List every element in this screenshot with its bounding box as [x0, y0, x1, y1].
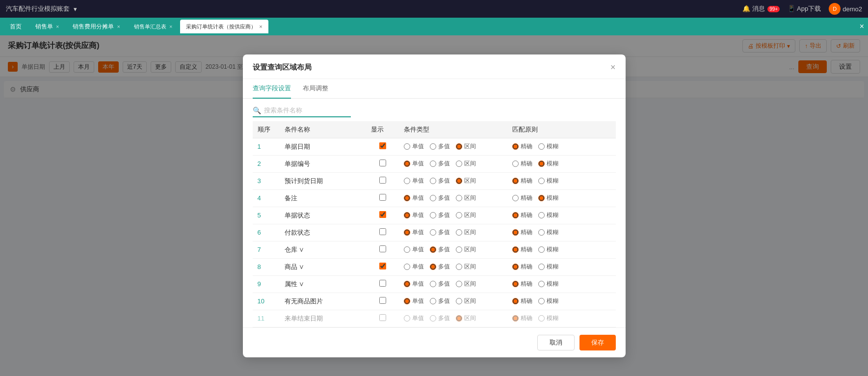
type-radio-label-区间[interactable]: 区间: [456, 142, 476, 151]
show-checkbox[interactable]: [379, 314, 386, 321]
show-checkbox[interactable]: [379, 245, 386, 252]
show-checkbox[interactable]: [379, 280, 386, 287]
type-radio-单值[interactable]: [404, 212, 410, 218]
tab-sales[interactable]: 销售单 ×: [29, 20, 65, 33]
type-radio-label-多值[interactable]: 多值: [430, 177, 450, 185]
match-radio-精确[interactable]: [512, 195, 519, 201]
match-radio-模糊[interactable]: [538, 246, 545, 253]
type-radio-label-区间[interactable]: 区间: [456, 297, 476, 305]
show-checkbox[interactable]: [379, 160, 386, 166]
match-radio-精确[interactable]: [512, 212, 519, 218]
type-radio-label-区间[interactable]: 区间: [456, 245, 476, 254]
match-radio-label-精确[interactable]: 精确: [512, 177, 532, 185]
show-checkbox[interactable]: [379, 194, 386, 201]
type-radio-label-多值[interactable]: 多值: [430, 245, 450, 254]
type-radio-label-单值[interactable]: 单值: [404, 245, 424, 254]
match-radio-模糊[interactable]: [538, 143, 545, 150]
match-radio-label-精确[interactable]: 精确: [512, 194, 532, 202]
type-radio-label-单值[interactable]: 单值: [404, 263, 424, 271]
type-radio-label-多值[interactable]: 多值: [430, 194, 450, 202]
type-radio-label-区间[interactable]: 区间: [456, 263, 476, 271]
type-radio-单值[interactable]: [404, 246, 410, 253]
match-radio-label-模糊[interactable]: 模糊: [538, 177, 558, 185]
type-radio-单值[interactable]: [404, 315, 410, 322]
type-radio-多值[interactable]: [430, 281, 436, 287]
type-radio-单值[interactable]: [404, 143, 410, 150]
close-all-tabs-button[interactable]: ×: [860, 22, 864, 31]
modal-tab-layout[interactable]: 布局调整: [303, 79, 328, 99]
match-radio-label-精确[interactable]: 精确: [512, 228, 532, 237]
type-radio-label-单值[interactable]: 单值: [404, 142, 424, 151]
match-radio-label-模糊[interactable]: 模糊: [538, 280, 558, 288]
type-radio-label-单值[interactable]: 单值: [404, 314, 424, 322]
type-radio-区间[interactable]: [456, 246, 462, 253]
type-radio-label-多值[interactable]: 多值: [430, 263, 450, 271]
tab-purchase-stats-close[interactable]: ×: [259, 24, 262, 29]
match-radio-label-模糊[interactable]: 模糊: [538, 160, 558, 168]
tab-home[interactable]: 首页: [4, 20, 27, 33]
save-button[interactable]: 保存: [579, 335, 616, 350]
type-radio-单值[interactable]: [404, 264, 410, 270]
match-radio-label-模糊[interactable]: 模糊: [538, 245, 558, 254]
type-radio-单值[interactable]: [404, 178, 410, 184]
match-radio-label-精确[interactable]: 精确: [512, 142, 532, 151]
match-radio-label-精确[interactable]: 精确: [512, 245, 532, 254]
type-radio-label-单值[interactable]: 单值: [404, 297, 424, 305]
type-radio-label-单值[interactable]: 单值: [404, 228, 424, 237]
match-radio-模糊[interactable]: [538, 229, 545, 236]
match-radio-label-模糊[interactable]: 模糊: [538, 142, 558, 151]
type-radio-区间[interactable]: [456, 195, 462, 201]
match-radio-label-模糊[interactable]: 模糊: [538, 211, 558, 219]
type-radio-单值[interactable]: [404, 161, 410, 167]
type-radio-label-单值[interactable]: 单值: [404, 211, 424, 219]
type-radio-label-单值[interactable]: 单值: [404, 194, 424, 202]
user-avatar[interactable]: D demo2: [829, 3, 862, 15]
match-radio-label-精确[interactable]: 精确: [512, 263, 532, 271]
match-radio-精确[interactable]: [512, 298, 519, 304]
match-radio-精确[interactable]: [512, 315, 519, 322]
match-radio-精确[interactable]: [512, 246, 519, 253]
match-radio-精确[interactable]: [512, 264, 519, 270]
type-radio-多值[interactable]: [430, 264, 436, 270]
tab-sales-summary[interactable]: 销售单汇总表 ×: [128, 20, 178, 33]
type-radio-label-多值[interactable]: 多值: [430, 211, 450, 219]
match-radio-精确[interactable]: [512, 143, 519, 150]
type-radio-多值[interactable]: [430, 161, 436, 167]
tab-sales-summary-close[interactable]: ×: [169, 24, 172, 29]
match-radio-模糊[interactable]: [538, 195, 545, 201]
type-radio-区间[interactable]: [456, 229, 462, 236]
type-radio-label-区间[interactable]: 区间: [456, 228, 476, 237]
match-radio-精确[interactable]: [512, 178, 519, 184]
modal-close-button[interactable]: ×: [610, 62, 616, 73]
type-radio-label-单值[interactable]: 单值: [404, 280, 424, 288]
type-radio-多值[interactable]: [430, 246, 436, 253]
match-radio-label-精确[interactable]: 精确: [512, 314, 532, 322]
type-radio-label-单值[interactable]: 单值: [404, 160, 424, 168]
match-radio-label-精确[interactable]: 精确: [512, 160, 532, 168]
match-radio-label-模糊[interactable]: 模糊: [538, 297, 558, 305]
modal-tab-fields[interactable]: 查询字段设置: [253, 79, 291, 99]
type-radio-多值[interactable]: [430, 195, 436, 201]
match-radio-模糊[interactable]: [538, 161, 545, 167]
tab-sales-close[interactable]: ×: [56, 24, 59, 29]
type-radio-多值[interactable]: [430, 212, 436, 218]
type-radio-label-多值[interactable]: 多值: [430, 297, 450, 305]
match-radio-精确[interactable]: [512, 281, 519, 287]
show-checkbox[interactable]: [379, 228, 386, 235]
match-radio-精确[interactable]: [512, 229, 519, 236]
type-radio-单值[interactable]: [404, 298, 410, 304]
type-radio-区间[interactable]: [456, 143, 462, 150]
show-checkbox[interactable]: [379, 177, 386, 184]
match-radio-模糊[interactable]: [538, 264, 545, 270]
match-radio-label-模糊[interactable]: 模糊: [538, 194, 558, 202]
type-radio-单值[interactable]: [404, 229, 410, 236]
type-radio-label-区间[interactable]: 区间: [456, 280, 476, 288]
type-radio-区间[interactable]: [456, 281, 462, 287]
type-radio-多值[interactable]: [430, 229, 436, 236]
match-radio-模糊[interactable]: [538, 281, 545, 287]
tab-sales-expense-close[interactable]: ×: [117, 24, 120, 29]
app-download-area[interactable]: 📱 App下载: [788, 4, 821, 13]
show-checkbox[interactable]: [379, 297, 386, 304]
type-radio-多值[interactable]: [430, 298, 436, 304]
type-radio-区间[interactable]: [456, 161, 462, 167]
